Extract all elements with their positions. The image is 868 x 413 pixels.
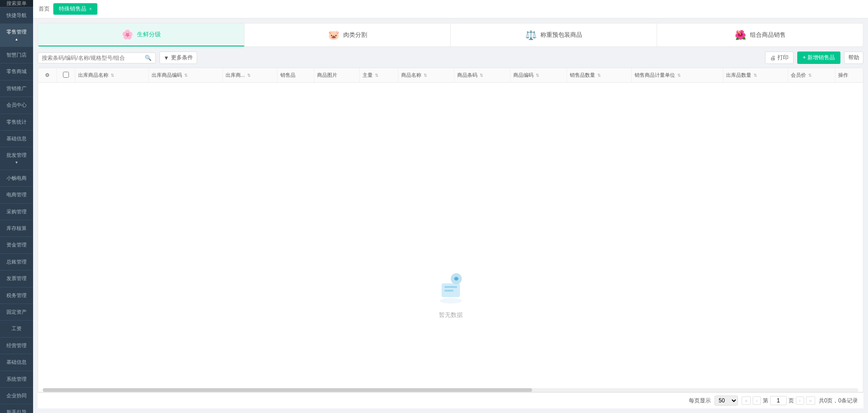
th-out-goods-code: 出库商品编码 ⇅ (149, 68, 223, 83)
cat-tab-combo-sales-label: 组合商品销售 (750, 31, 786, 39)
help-button[interactable]: 帮助 (844, 52, 863, 64)
sidebar-item-sys-mgmt[interactable]: 系统管理 (0, 371, 33, 388)
last-page-button[interactable]: » (806, 396, 815, 405)
filter-label: 更多条件 (171, 54, 193, 62)
sort-icon-4[interactable]: ⇅ (375, 73, 379, 78)
sidebar-item-wholesale[interactable]: 批发管理 ▼ (0, 147, 33, 170)
sidebar-item-mini-ecom[interactable]: 小畅电商 (0, 170, 33, 187)
add-label: + 新增销售品 (803, 54, 835, 62)
cat-tab-weight-package[interactable]: ⚖️ 称重预包装商品 (451, 23, 657, 46)
sidebar-item-inventory[interactable]: 库存核算 (0, 220, 33, 237)
first-page-button[interactable]: « (742, 396, 751, 405)
th-goods-image: 商品图片 (314, 68, 359, 83)
sort-icon-9[interactable]: ⇅ (677, 73, 681, 78)
active-tab[interactable]: 特殊销售品 × (53, 3, 97, 15)
sidebar-item-purchase[interactable]: 采购管理 (0, 204, 33, 220)
sidebar-item-newbie[interactable]: 新手引导 (0, 404, 33, 413)
sidebar-item-finance[interactable]: 资金管理 (0, 237, 33, 253)
sidebar-item-smart-store[interactable]: 智慧门店 (0, 47, 33, 63)
chevron-down-icon: ▲ (15, 37, 18, 42)
sidebar-item-retail-stats[interactable]: 零售统计 (0, 114, 33, 131)
cat-tab-meat-cut[interactable]: 🐷 肉类分割 (244, 23, 451, 46)
sort-icon-2[interactable]: ⇅ (184, 73, 188, 78)
cat-tab-combo-sales[interactable]: 🌺 组合商品销售 (657, 23, 863, 46)
sidebar-item-retail-mgmt[interactable]: 零售管理 ▲ (0, 24, 33, 47)
sort-icon-8[interactable]: ⇅ (597, 73, 601, 78)
search-box[interactable]: 🔍 (38, 52, 156, 63)
sidebar-logo[interactable]: 搜索菜单 (0, 0, 33, 7)
chevron-down-icon-2: ▼ (15, 160, 18, 165)
search-input[interactable] (42, 55, 143, 61)
sort-icon-10[interactable]: ⇅ (754, 73, 757, 78)
meat-cut-icon: 🐷 (328, 29, 340, 40)
category-tabs: 🌸 生鲜分级 🐷 肉类分割 ⚖️ 称重预包装商品 🌺 组合商品销售 (38, 23, 863, 47)
cat-tab-fresh-grade[interactable]: 🌸 生鲜分级 (38, 23, 244, 46)
sort-icon-5[interactable]: ⇅ (424, 73, 427, 78)
fresh-grade-icon: 🌸 (122, 29, 133, 40)
sidebar-item-ecom-mgmt[interactable]: 电商管理 (0, 187, 33, 203)
main-area: 首页 特殊销售品 × 🌸 生鲜分级 🐷 肉类分割 ⚖️ 称重预包装商品 🌺 组合… (33, 0, 868, 413)
th-out-goods-spec: 出库商... ⇅ (222, 68, 277, 83)
sidebar-item-general-ledger[interactable]: 总账管理 (0, 254, 33, 270)
th-sales-qty: 销售品数量 ⇅ (567, 68, 631, 83)
sidebar-item-fixed-assets[interactable]: 固定资产 (0, 304, 33, 321)
print-icon: 🖨 (770, 55, 776, 61)
select-all-checkbox[interactable] (63, 72, 69, 78)
sort-icon[interactable]: ⇅ (111, 73, 114, 78)
sidebar-item-basic-info[interactable]: 基础信息 (0, 131, 33, 147)
sidebar: 搜索菜单 快捷导航 零售管理 ▲ 智慧门店 零售商城 营销推广 会员中心 零售统… (0, 0, 33, 413)
empty-state-illustration (432, 270, 469, 306)
sidebar-item-corp[interactable]: 企业协同 (0, 388, 33, 404)
cat-tab-meat-cut-label: 肉类分割 (343, 31, 367, 39)
th-barcode: 商品条码 ⇅ (454, 68, 511, 83)
per-page-select[interactable]: 10 20 50 100 (715, 396, 738, 406)
page-number-input[interactable] (770, 396, 787, 405)
empty-state-text: 暂无数据 (439, 311, 463, 319)
print-button[interactable]: 🖨 打印 (765, 52, 794, 64)
sidebar-item-ops-mgmt[interactable]: 经营管理 (0, 338, 33, 354)
prev-page-button[interactable]: ‹ (753, 396, 761, 405)
sidebar-item-member[interactable]: 会员中心 (0, 97, 33, 114)
filter-icon: ▼ (164, 55, 169, 61)
sidebar-item-invoice[interactable]: 发票管理 (0, 270, 33, 287)
th-goods-code: 商品编码 ⇅ (511, 68, 567, 83)
sidebar-item-marketing[interactable]: 营销推广 (0, 80, 33, 97)
cat-tab-weight-package-label: 称重预包装商品 (540, 31, 582, 39)
page-label-before: 第 (763, 397, 768, 405)
search-icon: 🔍 (145, 55, 152, 61)
sort-icon-3[interactable]: ⇅ (247, 73, 251, 78)
home-breadcrumb[interactable]: 首页 (39, 5, 50, 13)
print-label: 打印 (777, 54, 789, 62)
th-out-goods-name: 出库商品名称 ⇅ (75, 68, 149, 83)
th-config[interactable]: ⚙ (38, 68, 57, 83)
cat-tab-fresh-grade-label: 生鲜分级 (137, 30, 161, 39)
data-table: ⚙ 出库商品名称 ⇅ 出库商品编码 ⇅ 出库商... (38, 68, 863, 83)
sort-icon-6[interactable]: ⇅ (480, 73, 483, 78)
add-sales-product-button[interactable]: + 新增销售品 (797, 52, 840, 64)
th-goods-name: 商品名称 ⇅ (398, 68, 454, 83)
svg-point-0 (440, 298, 462, 304)
empty-state: 暂无数据 (38, 201, 863, 388)
th-checkbox[interactable] (57, 68, 75, 83)
sidebar-item-retail-mall[interactable]: 零售商城 (0, 63, 33, 80)
filter-button[interactable]: ▼ 更多条件 (159, 52, 197, 64)
combo-sales-icon: 🌺 (735, 29, 746, 40)
scrollbar-thumb[interactable] (43, 388, 532, 392)
th-out-qty: 出库品数量 ⇅ (723, 68, 788, 83)
page-navigation: « ‹ 第 页 › » (742, 396, 815, 405)
horizontal-scrollbar[interactable] (43, 388, 858, 392)
sidebar-item-tax[interactable]: 税务管理 (0, 287, 33, 304)
sidebar-item-basic-info2[interactable]: 基础信息 (0, 354, 33, 371)
sort-icon-7[interactable]: ⇅ (536, 73, 539, 78)
sidebar-item-quick-nav[interactable]: 快捷导航 (0, 7, 33, 24)
svg-rect-2 (444, 286, 457, 288)
table-header-row: ⚙ 出库商品名称 ⇅ 出库商品编码 ⇅ 出库商... (38, 68, 863, 83)
sort-icon-11[interactable]: ⇅ (808, 73, 812, 78)
toolbar-right: 🖨 打印 + 新增销售品 帮助 (765, 52, 863, 64)
sidebar-item-wages[interactable]: 工资 (0, 321, 33, 337)
toolbar-left: 🔍 ▼ 更多条件 (38, 52, 197, 64)
th-main-qty: 主量 ⇅ (360, 68, 398, 83)
next-page-button[interactable]: › (796, 396, 804, 405)
weight-package-icon: ⚖️ (525, 29, 537, 40)
close-tab-button[interactable]: × (89, 6, 92, 11)
